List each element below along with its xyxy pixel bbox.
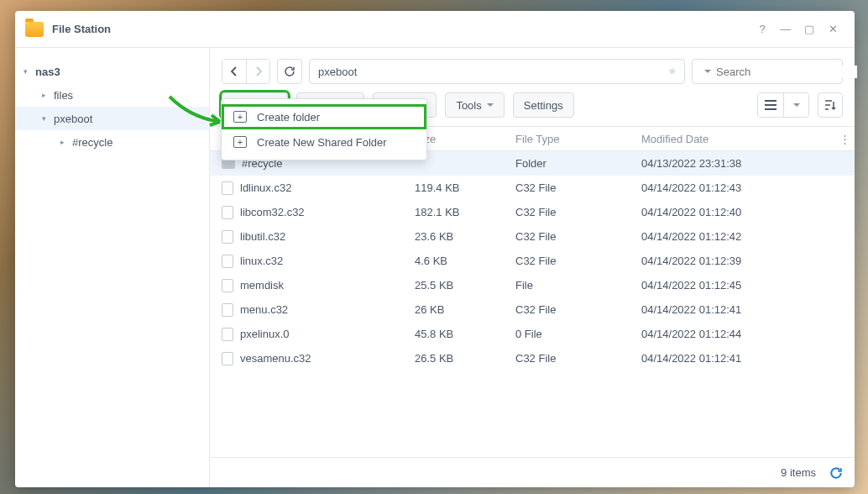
file-icon xyxy=(222,303,233,317)
file-size: 45.8 KB xyxy=(415,328,515,340)
file-size: 26.5 KB xyxy=(415,352,515,365)
file-size: 119.4 KB xyxy=(415,181,515,194)
chevron-down-icon: ▾ xyxy=(42,114,54,123)
app-window: File Station ? — ▢ ✕ ▾ nas3 ▸ files ▾ px… xyxy=(15,11,855,487)
create-folder-icon: + xyxy=(233,111,247,123)
table-row[interactable]: pxelinux.045.8 KB0 File04/14/2022 01:12:… xyxy=(210,322,855,346)
tools-button[interactable]: Tools xyxy=(445,92,504,118)
search-box[interactable] xyxy=(692,59,843,84)
forward-button[interactable] xyxy=(246,60,269,83)
file-date: 04/14/2022 01:12:45 xyxy=(641,279,834,292)
maximize-icon[interactable]: ▢ xyxy=(797,18,821,41)
chevron-down-icon xyxy=(487,103,494,107)
table-row[interactable]: libutil.c3223.6 KBC32 File04/14/2022 01:… xyxy=(210,224,855,249)
col-size[interactable]: Size xyxy=(415,133,515,145)
file-type: C32 File xyxy=(515,206,641,218)
file-icon xyxy=(222,255,233,268)
tree-item-recycle[interactable]: ▸ #recycle xyxy=(15,130,209,154)
file-name: ldlinux.c32 xyxy=(240,181,291,194)
app-icon xyxy=(25,22,44,37)
col-date[interactable]: Modified Date xyxy=(641,133,834,145)
statusbar: 9 items xyxy=(210,457,855,487)
file-icon xyxy=(222,230,233,244)
app-title: File Station xyxy=(52,23,111,35)
file-size: 182.1 KB xyxy=(415,206,515,218)
item-count: 9 items xyxy=(781,466,816,479)
sort-icon xyxy=(824,100,836,110)
settings-button[interactable]: Settings xyxy=(513,92,574,118)
chevron-right-icon xyxy=(255,66,262,76)
create-dropdown: + Create folder + Create New Shared Fold… xyxy=(221,98,427,160)
file-type: C32 File xyxy=(515,352,641,365)
help-icon[interactable]: ? xyxy=(750,18,774,41)
star-icon[interactable]: ★ xyxy=(667,65,677,77)
file-size: 4.6 KB xyxy=(415,255,515,267)
file-date: 04/14/2022 01:12:44 xyxy=(641,328,834,340)
file-type: C32 File xyxy=(515,181,641,194)
file-size: 26 KB xyxy=(415,303,515,316)
titlebar: File Station ? — ▢ ✕ xyxy=(15,11,855,48)
file-date: 04/14/2022 01:12:39 xyxy=(641,255,834,267)
view-dropdown-button[interactable] xyxy=(783,93,808,117)
table-row[interactable]: menu.c3226 KBC32 File04/14/2022 01:12:41 xyxy=(210,297,855,322)
file-type: 0 File xyxy=(515,328,641,340)
close-icon[interactable]: ✕ xyxy=(821,18,844,41)
file-type: C32 File xyxy=(515,255,641,267)
file-date: 04/14/2022 01:12:40 xyxy=(641,206,834,218)
file-date: 04/14/2022 01:12:42 xyxy=(641,230,834,243)
file-name: pxelinux.0 xyxy=(240,328,290,340)
file-type: C32 File xyxy=(515,230,641,243)
search-chevron-icon xyxy=(704,70,711,73)
view-mode-group xyxy=(757,92,809,118)
table-row[interactable]: linux.c324.6 KBC32 File04/14/2022 01:12:… xyxy=(210,249,855,273)
refresh-icon[interactable] xyxy=(829,466,843,480)
minimize-icon[interactable]: — xyxy=(774,18,797,41)
search-input[interactable] xyxy=(716,66,857,78)
col-type[interactable]: File Type xyxy=(515,133,641,145)
back-button[interactable] xyxy=(222,60,246,83)
file-name: menu.c32 xyxy=(240,303,288,316)
column-menu-icon[interactable]: ⋮ xyxy=(834,133,855,145)
chevron-down-icon: ▾ xyxy=(24,67,35,76)
nav-toolbar: pxeboot ★ xyxy=(210,48,855,84)
file-size: 25.5 KB xyxy=(415,279,515,292)
table-row[interactable]: memdisk25.5 KBFile04/14/2022 01:12:45 xyxy=(210,273,855,297)
file-icon xyxy=(222,181,233,195)
sidebar: ▾ nas3 ▸ files ▾ pxeboot ▸ #recycle xyxy=(15,48,210,487)
list-view-button[interactable] xyxy=(758,93,783,117)
file-name: libcom32.c32 xyxy=(240,206,305,218)
tree-item-pxeboot[interactable]: ▾ pxeboot xyxy=(15,107,209,130)
file-date: 04/13/2022 23:31:38 xyxy=(641,157,834,170)
chevron-right-icon: ▸ xyxy=(60,138,72,146)
file-size: 23.6 KB xyxy=(415,230,515,243)
list-icon xyxy=(765,100,776,110)
tree-root[interactable]: ▾ nas3 xyxy=(15,60,209,83)
sort-button[interactable] xyxy=(818,92,843,118)
file-type: File xyxy=(515,279,641,292)
chevron-left-icon xyxy=(231,66,238,76)
path-input[interactable]: pxeboot ★ xyxy=(309,59,685,84)
file-date: 04/14/2022 01:12:41 xyxy=(641,303,834,316)
file-icon xyxy=(222,206,233,219)
file-date: 04/14/2022 01:12:41 xyxy=(641,352,834,365)
file-type: Folder xyxy=(515,157,641,170)
chevron-down-icon xyxy=(793,103,800,107)
create-folder-item[interactable]: + Create folder xyxy=(222,104,426,129)
table-row[interactable]: vesamenu.c3226.5 KBC32 File04/14/2022 01… xyxy=(210,346,855,370)
create-shared-folder-item[interactable]: + Create New Shared Folder xyxy=(222,129,426,155)
tree-item-files[interactable]: ▸ files xyxy=(15,83,209,107)
refresh-button[interactable] xyxy=(277,59,302,84)
file-name: vesamenu.c32 xyxy=(240,352,311,365)
file-icon xyxy=(222,279,233,292)
table-row[interactable]: libcom32.c32182.1 KBC32 File04/14/2022 0… xyxy=(210,200,855,224)
refresh-icon xyxy=(284,66,295,77)
file-name: libutil.c32 xyxy=(240,230,285,243)
file-type: C32 File xyxy=(515,303,641,316)
file-name: linux.c32 xyxy=(240,255,283,267)
file-icon xyxy=(222,328,233,341)
chevron-right-icon: ▸ xyxy=(42,91,54,99)
create-folder-icon: + xyxy=(233,136,247,148)
file-date: 04/14/2022 01:12:43 xyxy=(641,181,834,194)
file-name: memdisk xyxy=(240,279,284,292)
table-row[interactable]: ldlinux.c32119.4 KBC32 File04/14/2022 01… xyxy=(210,176,855,200)
